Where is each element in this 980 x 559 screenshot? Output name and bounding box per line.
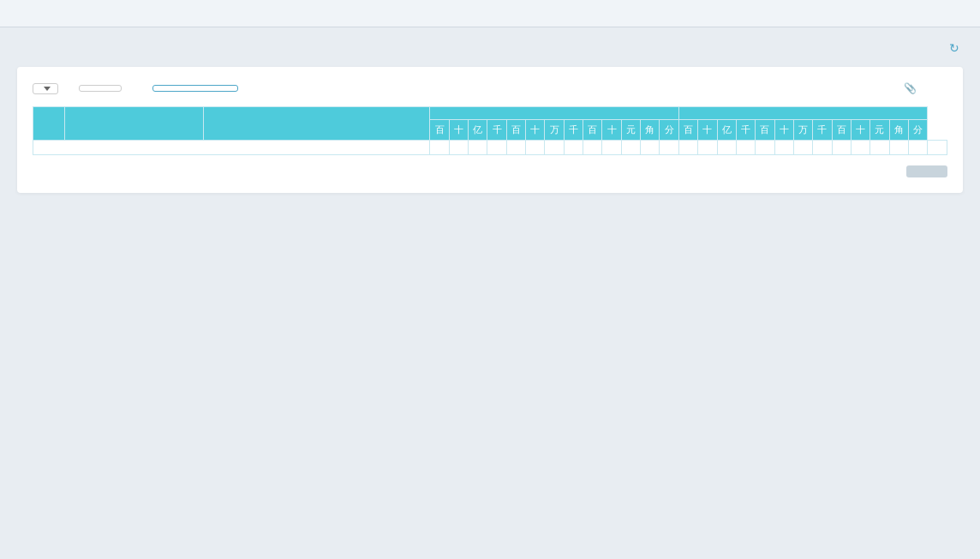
debit-digit-6: 万: [545, 120, 564, 141]
main-content: ↻ 📎: [0, 27, 980, 559]
debit-digit-7: 千: [564, 120, 583, 141]
form-row: 📎: [33, 82, 947, 94]
paperclip-icon: 📎: [904, 82, 917, 94]
credit-digit-11: 角: [889, 120, 908, 141]
save-button[interactable]: [906, 165, 947, 177]
debit-digit-10: 元: [621, 120, 640, 141]
voucher-table: 百 十 亿 千 百 十 万 千 百 十 元 角 分 百 十: [33, 106, 947, 155]
total-debit-0: [430, 141, 449, 155]
credit-digit-4: 百: [756, 120, 774, 141]
credit-digit-9: 十: [851, 120, 869, 141]
credit-digit-8: 百: [832, 120, 851, 141]
debit-digit-2: 亿: [469, 120, 487, 141]
col-seq-header: [33, 107, 65, 141]
debit-digit-0: 百: [430, 120, 449, 141]
col-credit-header: [678, 107, 927, 120]
col-debit-header: [430, 107, 678, 120]
table-header-main: [33, 107, 947, 120]
credit-digit-2: 亿: [717, 120, 736, 141]
table-wrapper: 百 十 亿 千 百 十 万 千 百 十 元 角 分 百 十: [33, 106, 947, 155]
credit-digit-6: 万: [793, 120, 812, 141]
credit-digit-1: 十: [698, 120, 717, 141]
credit-digit-3: 千: [736, 120, 755, 141]
credit-digit-5: 十: [774, 120, 793, 141]
total-row: [33, 141, 947, 155]
title-bar: [0, 0, 980, 27]
debit-digit-1: 十: [449, 120, 468, 141]
credit-digit-10: 元: [870, 120, 889, 141]
page-title-row: ↻: [17, 41, 963, 55]
refresh-button[interactable]: ↻: [949, 41, 963, 55]
voucher-type-button[interactable]: [33, 83, 58, 94]
debit-digit-12: 分: [660, 120, 678, 141]
debit-digit-8: 百: [583, 120, 602, 141]
debit-digit-11: 角: [641, 120, 660, 141]
attachment-link[interactable]: 📎: [904, 82, 920, 94]
debit-digit-4: 百: [506, 120, 525, 141]
chevron-down-icon: [44, 87, 51, 91]
voucher-number[interactable]: [79, 85, 122, 92]
credit-digit-12: 分: [908, 120, 927, 141]
debit-digit-5: 十: [526, 120, 545, 141]
credit-digit-7: 千: [813, 120, 832, 141]
refresh-icon: ↻: [949, 41, 959, 55]
debit-digit-9: 十: [602, 120, 621, 141]
total-label: [33, 141, 430, 155]
debit-digit-3: 千: [487, 120, 506, 141]
credit-digit-0: 百: [678, 120, 697, 141]
col-account-header: [204, 107, 430, 141]
attachment-area: 📎: [904, 82, 947, 94]
date-value[interactable]: [152, 85, 238, 92]
footer-row: [33, 165, 947, 177]
voucher-card: 📎 百: [17, 67, 963, 193]
col-summary-header: [64, 107, 204, 141]
table-footer: [33, 141, 947, 155]
